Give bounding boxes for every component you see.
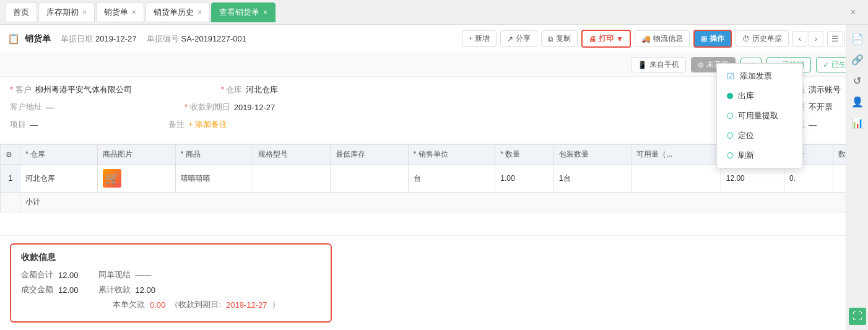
tab-inventory-close[interactable]: ×: [82, 8, 87, 17]
history-button[interactable]: ⏱ 历史单据: [736, 30, 789, 47]
sidebar-icon-link[interactable]: 🔗: [849, 51, 866, 68]
col-package-qty: 包装数量: [553, 145, 631, 165]
print-icon: 🖨: [589, 35, 596, 43]
payment-date-value: 2019-12-27: [234, 103, 284, 112]
debt-date: 2019-12-27: [226, 300, 267, 310]
refresh-dot: [727, 152, 733, 158]
dropdown-item-locate[interactable]: 定位: [717, 126, 802, 145]
row-package-qty: 1台: [553, 165, 631, 193]
phone-icon: 📱: [638, 61, 647, 69]
receipt-title: 收款信息: [21, 252, 321, 263]
nav-prev[interactable]: ‹: [792, 31, 807, 47]
outbound-label: 出库: [738, 90, 754, 102]
available-label: 可用量提取: [738, 110, 778, 121]
doc-number-value: SA-20191227-001: [181, 34, 247, 43]
doc-date-label: 单据日期: [61, 33, 93, 45]
project-value: —: [30, 120, 79, 129]
col-gear: ⚙: [1, 145, 20, 165]
col-available: 可用量（...: [631, 145, 721, 165]
outbound-dot: [727, 93, 733, 99]
print-dropdown-icon: ▼: [616, 35, 623, 43]
operate-button[interactable]: ⊞ 操作: [693, 30, 732, 48]
same-order-field: 同单现结 ——: [98, 269, 152, 280]
dropdown-item-refresh[interactable]: 刷新: [717, 145, 802, 165]
print-button[interactable]: 🖨 打印 ▼: [581, 30, 631, 48]
bottom-area: 收款信息 金额合计 12.00 同单现结 —— 成交金额 12.00 累计收款: [0, 235, 868, 330]
invoice-checkbox-icon: ☑: [727, 71, 735, 81]
share-label: 分享: [516, 33, 531, 44]
tab-inventory[interactable]: 库存期初 ×: [38, 2, 95, 22]
row-unit: 台: [408, 165, 495, 193]
toolbar-actions: + 新增 ↗ 分享 ⧉ 复制 🖨 打印 ▼ 🚚 物流信息 ⊞ 操作: [462, 30, 861, 48]
tab-sales[interactable]: 销货单 ×: [96, 2, 144, 22]
tab-sales-label: 销货单: [104, 7, 128, 18]
row-available: [631, 165, 721, 193]
copy-icon: ⧉: [548, 35, 553, 43]
sidebar-icon-fullscreen[interactable]: ⛶: [849, 308, 866, 325]
col-product: * 商品: [175, 145, 253, 165]
col-warehouse: * 仓库: [20, 145, 98, 165]
from-phone-button[interactable]: 📱 来自手机: [631, 57, 686, 72]
operate-label: 操作: [710, 33, 724, 44]
col-spec: 规格型号: [253, 145, 330, 165]
table-row: 1 河北仓库 🛒 嘻嘻嘻嘻 台 1.00 1台 12.00 0.: [1, 165, 868, 193]
doc-number-label: 单据编号: [147, 33, 179, 45]
available-dot: [727, 113, 733, 119]
note-label: 备注: [168, 119, 184, 130]
available-radio-icon: [727, 111, 733, 121]
view-list[interactable]: ☰: [827, 31, 843, 47]
debt-note-end: ）: [272, 299, 280, 310]
not-open-icon: ⊘: [698, 61, 704, 69]
sidebar-icon-refresh[interactable]: ↺: [849, 72, 866, 89]
project-label: 项目: [10, 119, 26, 130]
logistics-button[interactable]: 🚚 物流信息: [635, 30, 690, 47]
sidebar-icon-doc[interactable]: 📄: [849, 30, 866, 47]
dropdown-item-outbound[interactable]: 出库: [717, 86, 802, 106]
doc-type-icon: 📋: [7, 33, 20, 45]
doc-number-field: 单据编号 SA-20191227-001: [147, 33, 247, 45]
tab-sales-history[interactable]: 销货单历史 ×: [145, 2, 210, 22]
tab-view-sales[interactable]: 查看销货单 ×: [211, 2, 276, 22]
right-sidebar: 📄 🔗 ↺ 👤 📊 ⛶: [846, 25, 868, 330]
customer-value: 柳州粤港平安气体有限公司: [35, 84, 132, 95]
effective-check-icon: ✓: [823, 61, 829, 69]
close-all-button[interactable]: ×: [843, 2, 863, 22]
col-unit: * 销售单位: [408, 145, 495, 165]
cumulative-label: 累计收款: [98, 284, 131, 295]
row-image: 🛒: [98, 165, 175, 193]
note-add-button[interactable]: + 添加备注: [188, 119, 227, 130]
address-value: —: [46, 103, 95, 112]
total-label: 金额合计: [21, 269, 53, 280]
new-button[interactable]: + 新增: [462, 30, 497, 47]
locate-radio-icon: [727, 131, 733, 141]
receipt-row-1: 金额合计 12.00 同单现结 ——: [21, 269, 321, 280]
dropdown-menu: ☑ 添加发票 出库 可用量提取 定位 刷新: [716, 63, 803, 168]
doc-date-value: 2019-12-27: [95, 34, 137, 43]
debt-note: （收款到期日:: [170, 299, 221, 310]
tab-sales-close[interactable]: ×: [132, 8, 136, 17]
nav-arrows: ‹ ›: [792, 31, 823, 47]
tab-view-sales-label: 查看销货单: [219, 7, 259, 18]
refresh-radio-icon: [727, 151, 733, 160]
customer-label: 客户: [10, 84, 32, 95]
tab-view-sales-close[interactable]: ×: [263, 8, 267, 17]
receipt-row-3: 本单欠款 0.00 （收款到期日: 2019-12-27 ）: [21, 299, 321, 310]
sidebar-icon-user[interactable]: 👤: [849, 93, 866, 110]
warehouse-field: 仓库 河北仓库: [221, 84, 296, 95]
sidebar-icon-chart[interactable]: 📊: [849, 114, 866, 131]
tab-home[interactable]: 首页: [5, 2, 37, 22]
receipt-row-2: 成交金额 12.00 累计收款 12.00: [21, 284, 321, 295]
cumulative-value: 12.00: [136, 285, 156, 295]
row-min-stock: [331, 165, 408, 193]
copy-button[interactable]: ⧉ 复制: [541, 30, 578, 47]
share-button[interactable]: ↗ 分享: [500, 30, 537, 47]
nav-next[interactable]: ›: [809, 31, 823, 47]
tab-bar: 首页 库存期初 × 销货单 × 销货单历史 × 查看销货单 × ×: [0, 0, 868, 25]
subtotal-row: 小计: [1, 193, 868, 212]
dropdown-item-available[interactable]: 可用量提取: [717, 106, 802, 126]
warehouse-value: 河北仓库: [246, 84, 295, 95]
tab-sales-history-close[interactable]: ×: [197, 8, 202, 17]
dropdown-item-invoice[interactable]: ☑ 添加发票: [717, 66, 802, 86]
payment-date-field: 收款到期日 2019-12-27: [184, 102, 284, 113]
debt-field: 本单欠款 0.00 （收款到期日: 2019-12-27 ）: [113, 299, 280, 310]
